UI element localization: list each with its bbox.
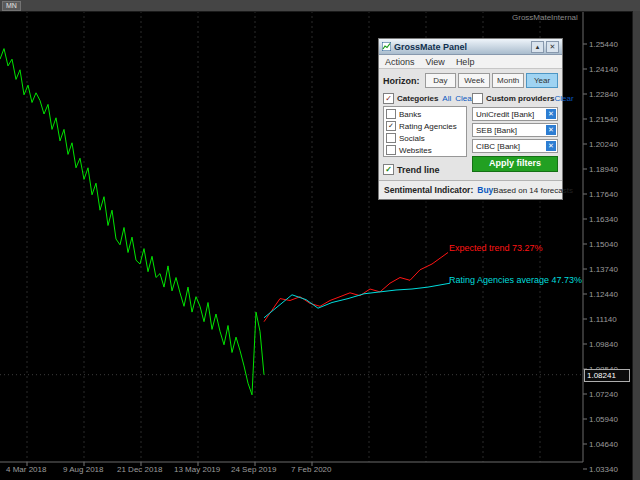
window-right-strip [632, 11, 640, 480]
remove-provider-icon[interactable]: ✕ [546, 109, 556, 119]
sentiment-row: Sentimental Indicator: Buy Based on 14 f… [379, 180, 562, 199]
sentiment-label: Sentimental Indicator: [384, 185, 473, 195]
price-axis[interactable] [584, 11, 633, 462]
close-button[interactable]: ✕ [546, 41, 559, 53]
menu-help[interactable]: Help [456, 57, 475, 67]
grossmate-panel: GrossMate Panel ▴ ✕ Actions View Help Ho… [378, 38, 563, 200]
sentiment-note: Based on 14 forecasts [493, 186, 573, 195]
chart-top-toolbar: MN [0, 0, 640, 12]
categories-checkbox[interactable]: ✓ [383, 93, 394, 104]
provider-label: SEB [Bank] [476, 126, 517, 135]
horizon-year-button[interactable]: Year [526, 73, 558, 88]
horizon-label: Horizon: [383, 76, 420, 86]
trend-line-label: Trend line [397, 165, 440, 175]
time-axis[interactable] [0, 463, 583, 480]
provider-item[interactable]: SEB [Bank] ✕ [472, 123, 558, 137]
timeframe-badge[interactable]: MN [2, 1, 21, 11]
list-item: Websites [386, 145, 464, 155]
mt-chart-window: GrossMateInternal 1.254401.241401.228401… [0, 0, 640, 480]
remove-provider-icon[interactable]: ✕ [546, 141, 556, 151]
websites-label: Websites [399, 146, 432, 155]
provider-item[interactable]: CIBC [Bank] ✕ [472, 139, 558, 153]
provider-label: CIBC [Bank] [476, 142, 520, 151]
categories-label: Categories [397, 94, 438, 103]
chart-watermark: GrossMateInternal [512, 13, 578, 22]
remove-provider-icon[interactable]: ✕ [546, 125, 556, 135]
providers-column: Custom providers Clear UniCredit [Bank] … [472, 93, 558, 175]
menu-actions[interactable]: Actions [385, 57, 415, 67]
custom-providers-label: Custom providers [486, 94, 554, 103]
sentiment-value[interactable]: Buy [477, 185, 493, 195]
categories-column: ✓ Categories All Clear Banks ✓ Rating Ag… [383, 93, 467, 175]
categories-all-link[interactable]: All [442, 94, 451, 103]
list-item: ✓ Rating Agencies [386, 121, 464, 131]
categories-list: Banks ✓ Rating Agencies Socials Webs [383, 106, 467, 157]
trend-line-row: ✓ Trend line [383, 164, 467, 175]
panel-menu-bar: Actions View Help [379, 55, 562, 69]
custom-providers-checkbox[interactable] [472, 93, 483, 104]
banks-label: Banks [399, 110, 421, 119]
horizon-row: Horizon: Day Week Month Year [383, 73, 558, 88]
collapse-button[interactable]: ▴ [531, 41, 544, 53]
trend-line-checkbox[interactable]: ✓ [383, 164, 394, 175]
providers-clear-link[interactable]: Clear [554, 94, 573, 103]
provider-item[interactable]: UniCredit [Bank] ✕ [472, 107, 558, 121]
socials-checkbox[interactable] [386, 133, 396, 143]
horizon-day-button[interactable]: Day [425, 73, 457, 88]
panel-body: Horizon: Day Week Month Year ✓ Categorie… [379, 69, 562, 180]
horizon-month-button[interactable]: Month [492, 73, 524, 88]
provider-label: UniCredit [Bank] [476, 110, 534, 119]
horizon-week-button[interactable]: Week [458, 73, 490, 88]
list-item: Socials [386, 133, 464, 143]
panel-title-bar[interactable]: GrossMate Panel ▴ ✕ [379, 39, 562, 55]
list-item: Banks [386, 109, 464, 119]
banks-checkbox[interactable] [386, 109, 396, 119]
apply-filters-button[interactable]: Apply filters [472, 156, 558, 172]
rating-agencies-checkbox[interactable]: ✓ [386, 121, 396, 131]
websites-checkbox[interactable] [386, 145, 396, 155]
menu-view[interactable]: View [426, 57, 445, 67]
socials-label: Socials [399, 134, 425, 143]
panel-chart-icon [382, 42, 391, 51]
panel-title: GrossMate Panel [394, 42, 529, 52]
rating-agencies-label: Rating Agencies [399, 122, 457, 131]
